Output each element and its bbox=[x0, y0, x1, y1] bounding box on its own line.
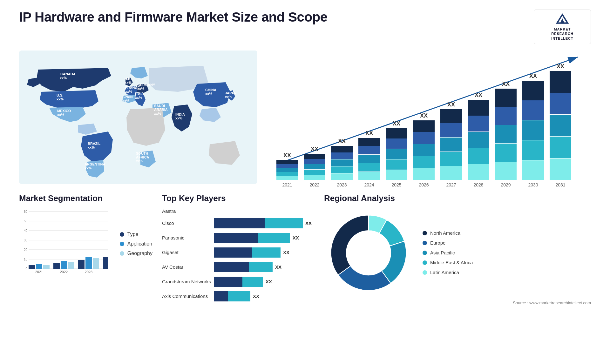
bar-seg bbox=[358, 146, 380, 154]
india-val: xx% bbox=[175, 116, 182, 120]
bar-seg bbox=[522, 140, 544, 160]
bar-stack-2030 bbox=[522, 81, 544, 180]
seg-year-label: 2023 bbox=[85, 270, 92, 274]
seg-bar bbox=[78, 260, 85, 269]
bottom-section: Market Segmentation 01020304050602021202… bbox=[19, 193, 591, 306]
bar-group-2027: XX2027 bbox=[440, 101, 462, 187]
player-bar-wrap: XX bbox=[214, 247, 315, 258]
bar-xx-label: XX bbox=[338, 138, 346, 145]
bar-seg bbox=[276, 160, 298, 164]
safrica-label: SOUTH bbox=[136, 152, 148, 155]
us-label: U.S. bbox=[57, 93, 63, 97]
bar-seg bbox=[440, 152, 462, 166]
bar-seg bbox=[468, 148, 489, 164]
bar-year-label: 2022 bbox=[309, 182, 319, 187]
player-bar-seg2 bbox=[249, 262, 273, 272]
player-row: Aastra bbox=[162, 208, 315, 214]
player-xx-label: XX bbox=[305, 220, 312, 226]
bar-seg bbox=[386, 138, 407, 149]
seg-bar bbox=[61, 261, 67, 269]
chart-area: XX2021XX2022XX2023XX2024XX2025XX2026XX20… bbox=[270, 51, 591, 203]
bar-seg bbox=[358, 163, 380, 172]
regional-dot bbox=[423, 251, 427, 255]
logo: MARKET RESEARCH INTELLECT bbox=[534, 10, 591, 44]
mexico-val: xx% bbox=[57, 113, 64, 117]
bar-seg bbox=[550, 137, 571, 158]
bar-stack-2026 bbox=[413, 120, 435, 180]
bar-seg bbox=[413, 168, 435, 180]
player-bar-seg2 bbox=[252, 247, 281, 258]
seg-bar bbox=[68, 262, 74, 269]
seg-bar bbox=[29, 265, 35, 269]
bar-stack-2024 bbox=[358, 138, 380, 180]
bar-group-2021: XX2021 bbox=[276, 152, 298, 187]
bar-xx-label: XX bbox=[420, 112, 428, 119]
bar-seg bbox=[522, 160, 544, 180]
player-name: Aastra bbox=[162, 208, 211, 214]
svg-text:40: 40 bbox=[24, 229, 28, 233]
player-bar bbox=[214, 247, 281, 258]
bar-seg bbox=[304, 164, 325, 169]
legend-label: Geography bbox=[127, 251, 152, 256]
bar-seg bbox=[440, 123, 462, 137]
bar-seg bbox=[413, 156, 435, 168]
bar-year-label: 2025 bbox=[391, 182, 401, 187]
bar-seg bbox=[304, 159, 325, 164]
us-val: xx% bbox=[57, 97, 64, 101]
player-bar-seg1 bbox=[214, 291, 228, 301]
segmentation-section: Market Segmentation 01020304050602021202… bbox=[19, 193, 152, 306]
seg-bar bbox=[93, 258, 99, 269]
regional-dot bbox=[423, 270, 427, 275]
regional-legend-item: Asia Pacific bbox=[423, 250, 473, 255]
bar-seg bbox=[495, 89, 517, 107]
page: IP Hardware and Firmware Market Size and… bbox=[0, 0, 610, 364]
player-bar bbox=[214, 218, 303, 228]
seg-bar bbox=[43, 265, 50, 269]
player-row: Grandstream NetworksXX bbox=[162, 277, 315, 287]
legend-label: Type bbox=[127, 232, 139, 237]
bar-seg bbox=[550, 71, 571, 93]
bar-seg bbox=[413, 144, 435, 156]
player-bar bbox=[214, 262, 273, 272]
player-bar-wrap: XX bbox=[214, 277, 315, 287]
bar-seg bbox=[386, 159, 407, 170]
safrica-label2: AFRICA bbox=[136, 155, 149, 159]
bar-seg bbox=[331, 173, 353, 180]
regional-dot bbox=[423, 231, 427, 235]
bar-seg bbox=[440, 138, 462, 152]
player-bar-seg2 bbox=[228, 291, 250, 301]
japan-label: JAPAN bbox=[225, 91, 237, 95]
safrica-val: xx% bbox=[136, 159, 143, 163]
regional-legend: North America Europe Asia Pacific Middle… bbox=[423, 230, 473, 275]
donut-seg-4 bbox=[331, 215, 369, 275]
bar-seg bbox=[276, 176, 298, 180]
bar-chart-container: XX2021XX2022XX2023XX2024XX2025XX2026XX20… bbox=[270, 51, 591, 184]
player-bar bbox=[214, 233, 290, 243]
bar-group-2030: XX2030 bbox=[522, 73, 544, 187]
legend-dot bbox=[120, 251, 124, 256]
bar-seg bbox=[386, 128, 407, 138]
bar-seg bbox=[468, 164, 489, 180]
saudi-val: xx% bbox=[154, 111, 161, 115]
bar-stack-2029 bbox=[495, 89, 517, 180]
bar-seg bbox=[276, 164, 298, 168]
player-name: Grandstream Networks bbox=[162, 279, 211, 284]
player-bar bbox=[214, 291, 250, 301]
germany-val: xx% bbox=[137, 87, 144, 91]
seg-bar bbox=[85, 257, 92, 269]
bar-seg bbox=[495, 162, 517, 180]
player-row: GigasetXX bbox=[162, 247, 315, 258]
bar-seg bbox=[304, 170, 325, 175]
player-xx-label: XX bbox=[293, 235, 299, 240]
player-bar-wrap: XX bbox=[214, 291, 315, 301]
bar-xx-label: XX bbox=[365, 130, 373, 137]
seg-legend-item-application: Application bbox=[120, 241, 152, 247]
bar-seg bbox=[331, 159, 353, 166]
player-row: Axis CommunicationsXX bbox=[162, 291, 315, 301]
player-bar-seg1 bbox=[214, 218, 265, 228]
bar-group-2028: XX2028 bbox=[468, 92, 489, 187]
bar-seg bbox=[468, 100, 489, 116]
player-name: Cisco bbox=[162, 220, 211, 226]
legend-dot bbox=[120, 232, 124, 237]
uk-val: xx% bbox=[125, 81, 132, 84]
